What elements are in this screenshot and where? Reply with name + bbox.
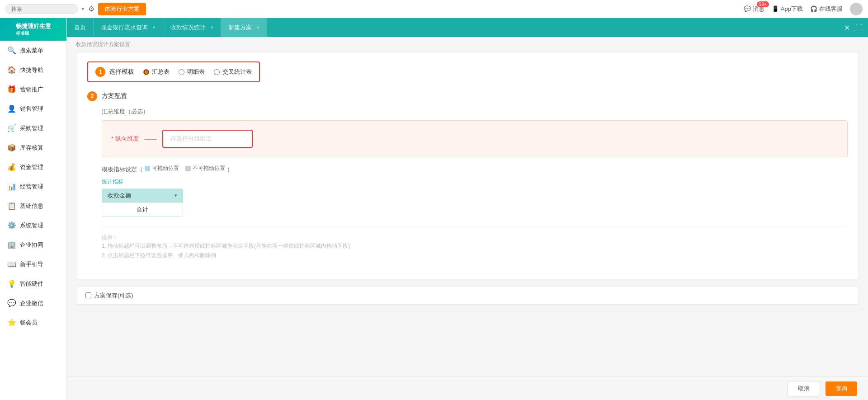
notification-badge: 99+ (757, 1, 769, 7)
draggable-label: 可拖动位置 (152, 165, 179, 172)
operation-icon: 📊 (7, 182, 16, 191)
tab-new-plan[interactable]: 新建方案 × (221, 18, 267, 37)
sidebar-item-operation[interactable]: 📊 经营管理 (0, 177, 66, 196)
sidebar-item-label: 企业微信 (20, 299, 43, 307)
member-icon: ⭐ (7, 318, 16, 327)
tab-home-label: 首页 (74, 24, 86, 32)
tips-section: 提示： 1. 拖动标题栏可以调整布局，不可跨维度或指标区域拖动目字段(只能在同一… (102, 226, 848, 261)
tab-receipt-stats[interactable]: 收款情况统计 × (163, 18, 221, 37)
sidebar-item-guide[interactable]: 📖 新手引导 (0, 254, 66, 274)
sidebar-item-label: 销售管理 (20, 105, 43, 113)
logo-sub: 标准版 (16, 30, 51, 37)
main-layout: 畅捷通好生意 标准版 🔍 搜索菜单 🏠 快捷导航 🎁 营销推广 👤 销售管理 🛒… (0, 18, 868, 400)
tab-cash-flow-close-icon[interactable]: × (152, 24, 156, 31)
step2-number: 2 (87, 91, 97, 101)
search-menu-icon: 🔍 (7, 46, 16, 55)
top-bar: ▾ ⚙ 体验行业方案 💬 消息 99+ 📱 App下载 🎧 在线客服 (0, 0, 868, 18)
basic-icon: 📋 (7, 202, 16, 210)
message-icon: 💬 (744, 5, 751, 12)
download-icon: 📱 (772, 5, 779, 12)
notification-button[interactable]: 💬 消息 99+ (744, 5, 764, 13)
template-option-cross[interactable]: 交叉统计表 (214, 68, 252, 76)
template-radio-group: 汇总表 明细表 交叉统计表 (143, 68, 252, 76)
dropdown-arrow-icon[interactable]: ▾ (81, 5, 85, 12)
avatar[interactable] (850, 3, 863, 15)
tab-close-all-icon[interactable]: ✕ (844, 24, 850, 32)
template-option-summary[interactable]: 汇总表 (143, 68, 170, 76)
sidebar-item-basic[interactable]: 📋 基础信息 (0, 196, 66, 216)
sidebar-item-search-menu[interactable]: 🔍 搜索菜单 (0, 41, 66, 60)
sidebar-item-member[interactable]: ⭐ 畅会员 (0, 313, 66, 332)
sidebar-item-quick-nav[interactable]: 🏠 快捷导航 (0, 60, 66, 80)
sidebar-item-marketing[interactable]: 🎁 营销推广 (0, 80, 66, 99)
indicator-table-header[interactable]: 收款金额 ▾ (102, 189, 183, 202)
wechat-icon: 💬 (7, 299, 16, 307)
sidebar-item-label: 库存核算 (20, 144, 43, 152)
sidebar-item-label: 畅会员 (20, 319, 38, 327)
tips-label: 提示： (102, 234, 118, 240)
query-button[interactable]: 查询 (826, 381, 857, 396)
step2-title: 方案配置 (102, 92, 127, 100)
sidebar-item-label: 快捷导航 (20, 66, 43, 74)
template-radio-detail[interactable] (179, 69, 184, 75)
sidebar-item-enterprise[interactable]: 🏢 企业协同 (0, 235, 66, 254)
download-label: App下载 (781, 5, 803, 13)
sidebar-item-inventory[interactable]: 📦 库存核算 (0, 138, 66, 157)
sidebar-item-smart[interactable]: 💡 智能硬件 (0, 274, 66, 293)
sidebar-item-label: 企业协同 (20, 241, 43, 249)
vertical-dimension-label: * 纵向维度 (111, 135, 139, 143)
cancel-button[interactable]: 取消 (788, 381, 820, 396)
sidebar-item-wechat[interactable]: 💬 企业微信 (0, 293, 66, 313)
content-area: 首页 现金银行流水查询 × 收款情况统计 × 新建方案 × ✕ ⛶ (67, 18, 868, 400)
tab-receipt-stats-close-icon[interactable]: × (210, 24, 213, 31)
service-button[interactable]: 🎧 在线客服 (810, 5, 843, 13)
sidebar-item-sales[interactable]: 👤 销售管理 (0, 99, 66, 118)
sidebar-item-finance[interactable]: 💰 资金管理 (0, 157, 66, 177)
step1-title: 选择模板 (109, 68, 134, 76)
save-checkbox-label: 方案保存(可选) (94, 292, 133, 300)
sidebar-item-label: 智能硬件 (20, 280, 43, 288)
template-detail-label: 明细表 (187, 68, 205, 76)
sidebar-item-label: 基础信息 (20, 202, 43, 210)
save-checkbox[interactable] (85, 292, 91, 298)
template-radio-summary[interactable] (143, 69, 149, 75)
breadcrumb: 收款情况统计方案设置 (67, 37, 868, 52)
tips-item-2: 2. 点击标题栏下拉可设置排序、插入列和删除列 (102, 251, 848, 261)
tab-cash-flow[interactable]: 现金银行流水查询 × (94, 18, 163, 37)
template-summary-label: 汇总表 (152, 68, 170, 76)
sidebar-item-label: 经营管理 (20, 183, 43, 191)
tab-new-plan-close-icon[interactable]: × (256, 24, 259, 31)
guide-icon: 📖 (7, 260, 16, 268)
download-button[interactable]: 📱 App下载 (772, 5, 803, 13)
tab-bar: 首页 现金银行流水查询 × 收款情况统计 × 新建方案 × ✕ ⛶ (67, 18, 868, 37)
draggable-dot (145, 166, 150, 171)
step1-header: 1 选择模板 汇总表 (87, 61, 848, 82)
purchase-icon: 🛒 (7, 124, 16, 132)
service-label: 在线客服 (819, 5, 843, 13)
tab-expand-icon[interactable]: ⛶ (855, 24, 863, 32)
sidebar-item-purchase[interactable]: 🛒 采购管理 (0, 118, 66, 138)
indicator-settings-label: 模板指标设定（ 可拖动位置 不可拖动位置 ） (102, 165, 233, 174)
tab-bar-actions: ✕ ⛶ (839, 18, 868, 37)
sidebar-item-label: 资金管理 (20, 163, 43, 171)
tab-new-plan-label: 新建方案 (228, 24, 252, 32)
top-bar-right: 💬 消息 99+ 📱 App下载 🎧 在线客服 (744, 3, 863, 15)
tab-cash-flow-label: 现金银行流水查询 (101, 24, 148, 32)
enterprise-icon: 🏢 (7, 240, 16, 249)
search-input[interactable] (5, 4, 78, 14)
tab-home[interactable]: 首页 (67, 18, 94, 37)
column-chevron-icon[interactable]: ▾ (175, 193, 177, 198)
page-content: 收款情况统计方案设置 1 选择模板 (67, 37, 868, 376)
template-radio-cross[interactable] (214, 69, 220, 75)
template-option-detail[interactable]: 明细表 (179, 68, 205, 76)
step1-section: 1 选择模板 汇总表 (87, 61, 848, 82)
dimension-selector[interactable]: 请选择分组维度 (162, 130, 253, 148)
sidebar-item-system[interactable]: ⚙️ 系统管理 (0, 216, 66, 235)
sidebar-item-label: 搜索菜单 (20, 47, 43, 55)
sidebar-logo: 畅捷通好生意 标准版 (0, 18, 66, 41)
page-wrapper: 收款情况统计方案设置 1 选择模板 (67, 37, 868, 400)
settings-icon[interactable]: ⚙ (88, 5, 94, 13)
smart-icon: 💡 (7, 279, 16, 288)
trial-button[interactable]: 体验行业方案 (98, 3, 146, 15)
sidebar-item-label: 采购管理 (20, 124, 43, 132)
